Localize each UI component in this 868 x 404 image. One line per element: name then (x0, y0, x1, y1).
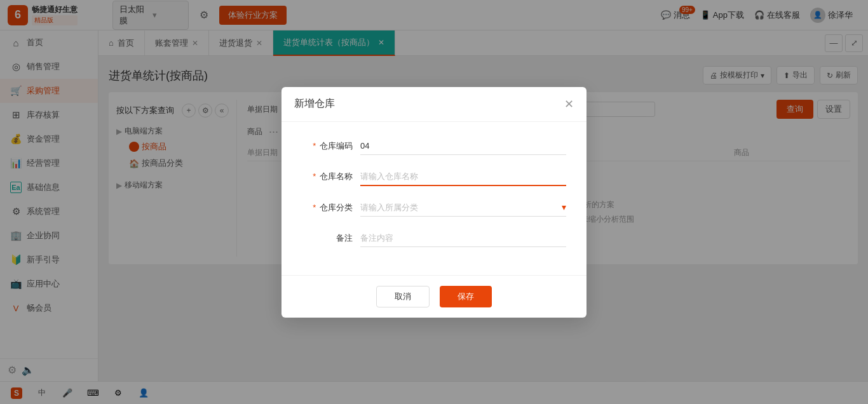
remark-input[interactable] (360, 229, 566, 247)
modal-close-button[interactable]: ✕ (564, 97, 574, 111)
category-label: * 仓库分类 (302, 202, 353, 213)
category-select-row: ▾ (360, 199, 566, 217)
name-label: * 仓库名称 (302, 171, 353, 182)
form-row-code: * 仓库编码 (302, 137, 566, 155)
modal-overlay: 新增仓库 ✕ * 仓库编码 * 仓库名称 (0, 0, 868, 404)
modal-title: 新增仓库 (294, 97, 335, 111)
new-warehouse-modal: 新增仓库 ✕ * 仓库编码 * 仓库名称 (281, 87, 587, 318)
modal-body: * 仓库编码 * 仓库名称 * 仓库分类 (281, 122, 587, 275)
category-dropdown-icon[interactable]: ▾ (562, 202, 566, 212)
category-input[interactable] (360, 199, 562, 216)
remark-label: 备注 (302, 232, 353, 244)
form-row-name: * 仓库名称 (302, 168, 566, 186)
cancel-button[interactable]: 取消 (376, 286, 430, 307)
code-label: * 仓库编码 (302, 140, 353, 152)
save-button[interactable]: 保存 (440, 286, 492, 307)
form-row-remark: 备注 (302, 229, 566, 247)
modal-header: 新增仓库 ✕ (281, 87, 587, 122)
name-input[interactable] (360, 168, 566, 186)
modal-footer: 取消 保存 (281, 275, 587, 318)
form-row-category: * 仓库分类 ▾ (302, 199, 566, 217)
code-input[interactable] (360, 137, 566, 155)
